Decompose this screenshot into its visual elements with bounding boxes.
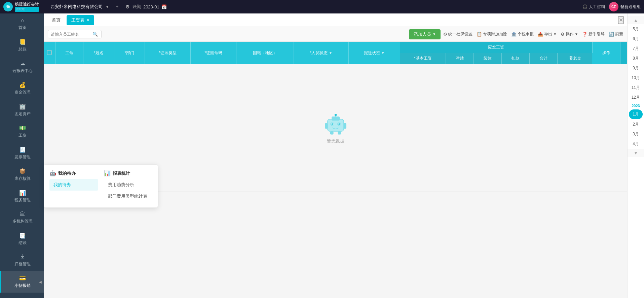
search-icon[interactable]: 🔍 <box>92 32 98 37</box>
no-data-text: 暂无数据 <box>327 138 344 144</box>
export-label: 导出 <box>544 31 552 37</box>
month-item-aug[interactable]: 8月 <box>628 54 644 63</box>
home-icon: ⌂ <box>21 18 24 24</box>
guide-btn[interactable]: ❓ 新手引导 <box>582 31 605 37</box>
customer-service[interactable]: 🎧 人工咨询 <box>582 4 605 10</box>
sidebar-item-home[interactable]: ⌂ 首页 <box>0 13 44 35</box>
month-item-jan[interactable]: 1月 <box>629 109 643 119</box>
month-item-apr[interactable]: 4月 <box>628 139 644 149</box>
popup-col-stats: 📊 报表统计 费用趋势分析 部门费用类型统计表 <box>101 170 153 202</box>
sidebar-item-basic[interactable]: ⚙ 基础设置 <box>0 293 44 298</box>
period-label: 账期 <box>132 4 141 10</box>
pending-title-label: 我的待办 <box>58 170 76 176</box>
th-report-status: 报送状态 ▼ <box>348 42 400 64</box>
expand-arrow-icon: ◀ <box>39 280 42 284</box>
menu-item-my-pending[interactable]: 我的待办 <box>49 179 98 191</box>
invoice-icon: 🧾 <box>19 146 26 153</box>
sidebar-item-xiaochang[interactable]: 💳 小畅报销 ◀ <box>0 271 44 293</box>
company-selector[interactable]: 西安虾米网络科技有限公司 ▼ <box>47 4 112 10</box>
period-area: 账期 2023-01 📅 <box>132 4 167 10</box>
tax-report-btn[interactable]: 🏦 个税申报 <box>511 31 534 37</box>
search-box: 🔍 <box>48 30 102 38</box>
user-name: 畅捷通组组 <box>620 4 641 10</box>
th-id-type: *证照类型 <box>145 42 191 64</box>
refresh-btn[interactable]: 🔄 刷新 <box>609 31 623 37</box>
month-item-mar[interactable]: 3月 <box>628 129 644 139</box>
add-button[interactable]: ＋ <box>112 2 122 11</box>
pending-section-icon: 🤖 <box>49 170 56 176</box>
tax-report-label: 个税申报 <box>518 31 534 37</box>
svg-point-7 <box>338 123 340 125</box>
sidebar-item-inventory[interactable]: 📦 库存核算 <box>0 164 44 186</box>
svg-rect-8 <box>325 123 328 129</box>
month-item-nov[interactable]: 11月 <box>628 83 644 93</box>
sidebar-item-salary[interactable]: 💵 工资 <box>0 121 44 142</box>
export-icon: 📤 <box>538 32 543 37</box>
basic-icon: ⚙ <box>20 297 25 298</box>
th-checkbox[interactable] <box>44 42 55 64</box>
ledger-icon: 📒 <box>19 39 26 45</box>
sidebar-item-ledger[interactable]: 📒 总账 <box>0 35 44 56</box>
operation-arrow-icon: ▼ <box>575 32 578 36</box>
logo-text-area: 畅捷通好会计 旗舰版 <box>15 2 39 11</box>
sidebar-item-settlement[interactable]: 📑 结账 <box>0 228 44 250</box>
month-item-sep[interactable]: 9月 <box>628 63 644 73</box>
settings-button[interactable]: ⚙ <box>123 2 132 11</box>
special-deduction-btn[interactable]: 📋 专项附加扣除 <box>477 31 507 37</box>
menu-item-dept-cost[interactable]: 部门费用类型统计表 <box>104 191 153 202</box>
report-status-filter-icon[interactable]: ▼ <box>381 51 385 55</box>
month-item-jul[interactable]: 7月 <box>628 44 644 54</box>
th-allowance: 津贴 <box>446 53 473 64</box>
svg-point-6 <box>331 123 333 125</box>
month-item-oct[interactable]: 10月 <box>628 73 644 83</box>
menu-item-cost-trend[interactable]: 费用趋势分析 <box>104 179 153 191</box>
th-id-number: *证照号码 <box>191 42 236 64</box>
social-insurance-btn[interactable]: ⚙ 统一社保设置 <box>443 31 472 37</box>
operation-btn[interactable]: ⚙ 操作 ▼ <box>561 31 578 37</box>
sidebar: ⌂ 首页 📒 总账 ☁ 云报表中心 💰 资金管理 🏢 固定资产 💵 工资 🧾 发… <box>0 13 44 298</box>
sidebar-item-cloud-report[interactable]: ☁ 云报表中心 <box>0 56 44 78</box>
add-person-button[interactable]: 添加人员 ▼ <box>409 29 441 39</box>
popup-columns: 🤖 我的待办 我的待办 📊 报表统计 费用趋势分析 部门费用类型统计表 <box>49 170 152 202</box>
sidebar-label-settlement: 结账 <box>18 240 27 246</box>
sidebar-item-multi-org[interactable]: 🏛 多机构管理 <box>0 207 44 228</box>
month-item-dec[interactable]: 12月 <box>628 93 644 102</box>
toolbar: 🔍 添加人员 ▼ ⚙ 统一社保设置 📋 专项附加扣除 🏦 个税申报 <box>44 27 627 42</box>
guide-label: 新手引导 <box>589 31 605 37</box>
month-scroll-down[interactable]: ▼ <box>628 149 644 157</box>
sidebar-label-archive: 归档管理 <box>14 261 31 267</box>
month-item-may[interactable]: 5月 <box>628 24 644 34</box>
person-status-filter-icon[interactable]: ▼ <box>329 51 333 55</box>
popup-col-pending: 🤖 我的待办 我的待办 <box>49 170 101 202</box>
sidebar-label-multi-org: 多机构管理 <box>12 219 33 224</box>
logo-title: 畅捷通好会计 <box>15 2 39 6</box>
month-scroll-up[interactable]: ▲ <box>628 16 644 24</box>
guide-icon: ❓ <box>582 32 588 37</box>
sidebar-item-tax[interactable]: 📊 税务管理 <box>0 186 44 207</box>
tab-salary-label: 工资表 <box>71 17 84 23</box>
calendar-icon[interactable]: 📅 <box>161 4 167 9</box>
stats-section-icon: 📊 <box>104 170 111 176</box>
export-btn[interactable]: 📤 导出 ▼ <box>538 31 557 37</box>
sidebar-item-archive[interactable]: 🗄 归档管理 <box>0 250 44 271</box>
user-area[interactable]: CE 畅捷通组组 <box>609 2 641 11</box>
sidebar-item-fixed-assets[interactable]: 🏢 固定资产 <box>0 99 44 121</box>
th-pension: 养老金 <box>557 53 592 64</box>
month-item-jun[interactable]: 6月 <box>628 34 644 44</box>
avatar: CE <box>609 2 618 11</box>
th-dept: *部门 <box>114 42 145 64</box>
sidebar-item-fund[interactable]: 💰 资金管理 <box>0 78 44 99</box>
search-input[interactable] <box>51 32 91 37</box>
period-value: 2023-01 <box>143 4 159 9</box>
tab-close-all[interactable]: ✕ <box>618 16 624 24</box>
sidebar-item-invoice[interactable]: 🧾 发票管理 <box>0 142 44 164</box>
sidebar-label-invoice: 发票管理 <box>14 154 31 160</box>
svg-rect-10 <box>330 131 334 135</box>
tab-salary[interactable]: 工资表 ✕ <box>67 15 94 25</box>
month-item-feb[interactable]: 2月 <box>628 120 644 129</box>
settlement-icon: 📑 <box>19 232 26 239</box>
tab-salary-close[interactable]: ✕ <box>86 18 89 22</box>
th-name: *姓名 <box>83 42 114 64</box>
social-insurance-label: 统一社保设置 <box>448 31 472 37</box>
tab-home[interactable]: 首页 <box>47 15 65 25</box>
